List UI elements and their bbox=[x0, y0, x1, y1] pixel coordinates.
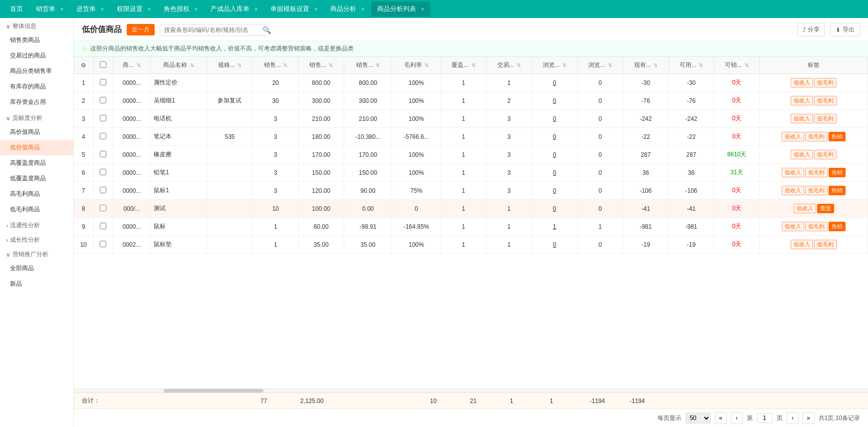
row-check-5[interactable] bbox=[100, 169, 106, 175]
tag-热销[interactable]: 热销 bbox=[829, 222, 846, 231]
tag-低毛利[interactable]: 低毛利 bbox=[814, 150, 837, 159]
tag-低收入[interactable]: 低收入 bbox=[791, 150, 813, 159]
tag-低收入[interactable]: 低收入 bbox=[794, 204, 816, 213]
views1-value[interactable]: 0 bbox=[553, 97, 556, 104]
select-all-checkbox[interactable] bbox=[100, 61, 106, 68]
col-sales-amt[interactable]: 销售... ⇅ bbox=[298, 57, 344, 74]
row-check-8[interactable] bbox=[100, 223, 106, 229]
next-page-button[interactable]: › bbox=[787, 412, 799, 424]
tag-低毛利[interactable]: 低毛利 bbox=[805, 186, 828, 195]
horizontal-scrollbar[interactable] bbox=[74, 389, 868, 393]
share-button[interactable]: ⤴ 分享 bbox=[797, 23, 825, 36]
tag-低收入[interactable]: 低收入 bbox=[791, 96, 813, 105]
sidebar-item-low-margin[interactable]: 低毛利商品 bbox=[0, 202, 73, 217]
col-trades[interactable]: 交易... ⇅ bbox=[486, 57, 532, 74]
sidebar-group-general[interactable]: ∨ 整体信息 bbox=[0, 18, 73, 32]
nav-home[interactable]: 首页 bbox=[4, 1, 29, 16]
tag-低收入[interactable]: 低收入 bbox=[791, 114, 813, 123]
row-check-6[interactable] bbox=[100, 187, 106, 193]
sidebar-item-high-margin[interactable]: 高毛利商品 bbox=[0, 186, 73, 202]
close-sales-icon[interactable]: × bbox=[60, 6, 63, 12]
row-views1[interactable]: 0 bbox=[532, 200, 577, 218]
col-coverage[interactable]: 覆盖... ⇅ bbox=[440, 57, 486, 74]
col-current-stock[interactable]: 现有... ⇅ bbox=[623, 57, 668, 74]
sidebar-item-new-products[interactable]: 新品 bbox=[0, 276, 73, 292]
col-code[interactable]: 商... ⇅ bbox=[113, 57, 151, 74]
tag-低收入[interactable]: 低收入 bbox=[782, 222, 804, 231]
row-checkbox[interactable] bbox=[93, 146, 113, 164]
sidebar-item-low-value[interactable]: 低价值商品 bbox=[0, 140, 73, 155]
nav-production[interactable]: 产成品入库单 × bbox=[205, 1, 263, 16]
close-roles-icon[interactable]: × bbox=[195, 6, 198, 12]
sidebar-item-high-coverage[interactable]: 高覆盖度商品 bbox=[0, 155, 73, 171]
views1-value[interactable]: 0 bbox=[553, 115, 556, 122]
tag-低毛利[interactable]: 低毛利 bbox=[805, 168, 828, 177]
col-name[interactable]: 商品名称 ⇅ bbox=[151, 57, 207, 74]
close-production-icon[interactable]: × bbox=[254, 6, 257, 12]
tag-热销[interactable]: 热销 bbox=[829, 168, 846, 177]
close-analysis-icon[interactable]: × bbox=[361, 6, 364, 12]
tag-低收入[interactable]: 低收入 bbox=[791, 240, 813, 249]
row-checkbox[interactable] bbox=[93, 182, 113, 200]
views1-value[interactable]: 1 bbox=[553, 223, 556, 230]
views1-value[interactable]: 0 bbox=[553, 187, 556, 194]
tag-低收入[interactable]: 低收入 bbox=[782, 168, 804, 177]
row-check-2[interactable] bbox=[100, 115, 106, 121]
nav-permissions[interactable]: 权限设置 × bbox=[111, 1, 157, 16]
nav-sales[interactable]: 销货单 × bbox=[30, 1, 69, 16]
col-margin[interactable]: 毛利率 ⇅ bbox=[392, 57, 440, 74]
sidebar-group-growth[interactable]: › 成长性分析 bbox=[0, 232, 73, 246]
sidebar-group-marketing[interactable]: ∨ 营销推广分析 bbox=[0, 246, 73, 261]
row-views1[interactable]: 0 bbox=[532, 92, 577, 110]
row-check-7[interactable] bbox=[100, 205, 106, 211]
sidebar-item-high-value[interactable]: 高价值商品 bbox=[0, 124, 73, 140]
first-page-button[interactable]: « bbox=[715, 412, 727, 424]
nav-templates[interactable]: 单据模板设置 × bbox=[264, 1, 323, 16]
row-check-9[interactable] bbox=[100, 241, 106, 247]
row-check-4[interactable] bbox=[100, 151, 106, 157]
tag-低毛利[interactable]: 低毛利 bbox=[805, 132, 828, 141]
sidebar-item-sales-products[interactable]: 销售类商品 bbox=[0, 32, 73, 48]
last-page-button[interactable]: » bbox=[803, 412, 815, 424]
col-sales-profit[interactable]: 销售... ⇅ bbox=[344, 57, 392, 74]
prev-page-button[interactable]: ‹ bbox=[731, 412, 743, 424]
row-views1[interactable]: 0 bbox=[532, 110, 577, 128]
nav-analysis-list[interactable]: 商品分析列表 × bbox=[371, 1, 430, 16]
page-size-select[interactable]: 50 100 200 bbox=[685, 413, 711, 424]
views1-value[interactable]: 0 bbox=[553, 133, 556, 140]
tag-低毛利[interactable]: 低毛利 bbox=[805, 222, 828, 231]
col-views1[interactable]: 浏览... ⇅ bbox=[532, 57, 577, 74]
col-sales-qty[interactable]: 销售... ⇅ bbox=[253, 57, 298, 74]
row-checkbox[interactable] bbox=[93, 218, 113, 236]
tag-低毛利[interactable]: 低毛利 bbox=[814, 240, 837, 249]
tag-热销[interactable]: 热销 bbox=[829, 132, 846, 141]
row-checkbox[interactable] bbox=[93, 110, 113, 128]
tag-低收入[interactable]: 低收入 bbox=[791, 78, 813, 87]
col-available-stock[interactable]: 可用... ⇅ bbox=[668, 57, 714, 74]
tag-低收入[interactable]: 低收入 bbox=[782, 132, 804, 141]
row-checkbox[interactable] bbox=[93, 92, 113, 110]
col-sellable[interactable]: 可销... ⇅ bbox=[714, 57, 759, 74]
tag-低毛利[interactable]: 低毛利 bbox=[814, 96, 837, 105]
sidebar-item-all-products[interactable]: 全部商品 bbox=[0, 261, 73, 276]
tag-低收入[interactable]: 低收入 bbox=[782, 186, 804, 195]
views1-value[interactable]: 0 bbox=[553, 241, 556, 248]
views1-value[interactable]: 0 bbox=[553, 169, 556, 176]
row-checkbox[interactable] bbox=[93, 164, 113, 182]
close-analysis-list-icon[interactable]: × bbox=[421, 6, 424, 12]
row-check-0[interactable] bbox=[100, 79, 106, 85]
row-views1[interactable]: 0 bbox=[532, 182, 577, 200]
views1-value[interactable]: 0 bbox=[553, 151, 556, 158]
views1-value[interactable]: 0 bbox=[553, 79, 556, 86]
sidebar-item-traded[interactable]: 交易过的商品 bbox=[0, 48, 73, 63]
row-check-1[interactable] bbox=[100, 97, 106, 103]
row-checkbox[interactable] bbox=[93, 74, 113, 92]
search-button[interactable]: 🔍 bbox=[262, 26, 271, 34]
row-views1[interactable]: 0 bbox=[532, 164, 577, 182]
nav-roles[interactable]: 角色授权 × bbox=[158, 1, 204, 16]
col-settings[interactable]: ⚙ bbox=[74, 57, 93, 74]
tag-热销[interactable]: 热销 bbox=[829, 186, 846, 195]
row-checkbox[interactable] bbox=[93, 200, 113, 218]
sidebar-group-contribution[interactable]: ∨ 贡献度分析 bbox=[0, 110, 73, 124]
views1-value[interactable]: 0 bbox=[553, 205, 556, 212]
